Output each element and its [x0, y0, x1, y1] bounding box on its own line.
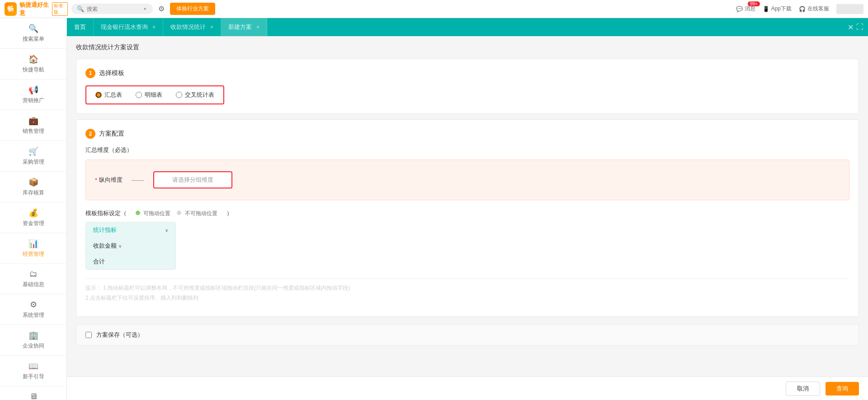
tab-cashflow-close[interactable]: × [152, 24, 156, 30]
marketing-icon: 📢 [28, 85, 38, 95]
sidebar-item-label: 系统管理 [23, 311, 44, 319]
step2-title: 方案配置 [99, 130, 124, 138]
metrics-table: 统计指标 ∨ 收款金额 ∨ 合计 [85, 222, 176, 270]
download-icon: 📱 [763, 6, 769, 12]
tab-cashflow[interactable]: 现金银行流水查询 × [94, 18, 163, 36]
radio-detail[interactable]: 明细表 [136, 91, 162, 99]
trial-button[interactable]: 体验行业方案 [170, 3, 215, 15]
brand-name: 畅捷通好生意 [19, 1, 51, 17]
step1-header: 1 选择模板 [85, 68, 849, 78]
radio-detail-label: 明细表 [145, 91, 162, 99]
radio-summary-label: 汇总表 [104, 91, 122, 99]
metrics-dropdown-caret[interactable]: ∨ [165, 228, 168, 233]
metrics-section: 模板指标设定（ 可拖动位置 不可拖动位置 ） [85, 209, 849, 271]
download-btn[interactable]: 📱 App下载 [763, 5, 792, 13]
metrics-legend: 可拖动位置 不可拖动位置 [136, 210, 217, 217]
sidebar-item-quicknav[interactable]: 🏠 快捷导航 [0, 49, 66, 80]
step2-card: 2 方案配置 汇总维度（必选） * 纵向维度 —— 请选择分组维度 [76, 119, 859, 317]
search-dropdown-arrow[interactable]: ▾ [144, 6, 146, 11]
sidebar-item-system[interactable]: ⚙ 系统管理 [0, 294, 66, 325]
fixed-dot [177, 211, 181, 215]
message-btn[interactable]: 💬 消息 99+ [736, 5, 755, 13]
brand-area: 畅 畅捷通好生意 标准版 [5, 2, 68, 16]
sidebar-item-search[interactable]: 🔍 搜索菜单 [0, 18, 66, 49]
main-layout: 🔍 搜索菜单 🏠 快捷导航 📢 营销推广 💼 销售管理 🛒 采购管理 📦 库存核… [0, 18, 868, 400]
metrics-row-payment[interactable]: 收款金额 ∨ [86, 238, 175, 254]
message-badge: 99+ [748, 1, 760, 6]
metrics-row-total: 合计 [86, 254, 175, 269]
brand-tag: 标准版 [52, 2, 68, 16]
support-btn[interactable]: 🎧 在线客服 [799, 5, 829, 13]
sidebar-item-label: 企业协同 [23, 342, 44, 350]
step2-header: 2 方案配置 [85, 129, 849, 139]
tip-2: 2.点击标题栏下拉可设置排序、插入列和删除列 [85, 293, 849, 303]
tab-payment-stats[interactable]: 收款情况统计 × [163, 18, 221, 36]
radio-cross[interactable]: 交叉统计表 [176, 91, 214, 99]
tab-cashflow-label: 现金银行流水查询 [101, 23, 148, 31]
sidebar-item-purchase[interactable]: 🛒 采购管理 [0, 141, 66, 172]
tab-new-plan-close[interactable]: × [256, 24, 259, 30]
metrics-title-text: 模板指标设定（ [85, 209, 127, 217]
tips-section: 提示： 1.拖动标题栏可以调整布局，不可跨维度或指标区域拖动栏目段(只能在同一维… [85, 278, 849, 307]
sidebar-item-hardware[interactable]: 🖥 智能硬件 [0, 386, 66, 400]
footer-bar: 取消 查询 [67, 376, 868, 400]
gear-icon[interactable]: ⚙ [156, 3, 166, 15]
sidebar-item-basicinfo[interactable]: 🗂 基础信息 [0, 264, 66, 294]
query-button[interactable]: 查询 [826, 382, 859, 395]
metrics-table-header[interactable]: 统计指标 ∨ [86, 222, 175, 238]
metrics-header: 模板指标设定（ 可拖动位置 不可拖动位置 ） [85, 209, 849, 217]
sidebar-item-guide[interactable]: 📖 新手引导 [0, 356, 66, 386]
radio-summary[interactable]: 汇总表 [95, 91, 122, 99]
sidebar-item-finance[interactable]: 💰 资金管理 [0, 202, 66, 233]
tab-home[interactable]: 首页 [67, 18, 94, 36]
sidebar-item-marketing[interactable]: 📢 营销推广 [0, 80, 66, 110]
tab-new-plan[interactable]: 新建方案 × [221, 18, 267, 36]
sidebar-item-enterprise[interactable]: 🏢 企业协同 [0, 325, 66, 356]
hardware-icon: 🖥 [29, 392, 38, 400]
search-input[interactable] [87, 6, 141, 12]
required-star: * [95, 177, 97, 184]
payment-dropdown-caret[interactable]: ∨ [118, 244, 122, 249]
content-area: 首页 现金银行流水查询 × 收款情况统计 × 新建方案 × ✕ ⛶ 收款情况统计… [67, 18, 868, 400]
sidebar-item-label: 库存核算 [23, 189, 44, 197]
page-title: 收款情况统计方案设置 [76, 43, 859, 52]
step2-number: 2 [85, 129, 95, 139]
tab-expand-icon[interactable]: ⛶ [856, 23, 863, 31]
sidebar-item-label: 采购管理 [23, 158, 44, 166]
draggable-legend-item: 可拖动位置 [136, 210, 170, 217]
search-menu-icon: 🔍 [28, 24, 38, 33]
sidebar-item-sales[interactable]: 💼 销售管理 [0, 110, 66, 141]
sidebar-item-label: 资金管理 [23, 220, 44, 227]
sidebar-item-inventory[interactable]: 📦 库存核算 [0, 172, 66, 202]
dimension-area: * 纵向维度 —— 请选择分组维度 [85, 160, 849, 200]
tip-1: 提示： 1.拖动标题栏可以调整布局，不可跨维度或指标区域拖动栏目段(只能在同一维… [85, 283, 849, 293]
step1-number: 1 [85, 68, 95, 78]
cancel-button[interactable]: 取消 [786, 381, 820, 396]
save-label: 方案保存（可选） [96, 331, 143, 339]
download-label: App下载 [771, 5, 792, 13]
save-checkbox[interactable] [85, 332, 92, 338]
purchase-icon: 🛒 [28, 146, 38, 156]
top-bar-left: 畅 畅捷通好生意 标准版 🔍 ▾ ⚙ 体验行业方案 [5, 2, 215, 16]
tab-payment-stats-close[interactable]: × [210, 24, 213, 30]
sidebar-item-label: 经营管理 [23, 250, 44, 258]
tab-payment-stats-label: 收款情况统计 [170, 23, 206, 31]
tab-new-plan-label: 新建方案 [228, 23, 252, 31]
radio-detail-input[interactable] [136, 92, 142, 98]
tab-close-all-icon[interactable]: ✕ [848, 23, 854, 32]
sales-icon: 💼 [28, 116, 38, 126]
sidebar-item-operations[interactable]: 📊 经营管理 [0, 233, 66, 264]
dim-select-box[interactable]: 请选择分组维度 [153, 171, 232, 188]
top-search-bar[interactable]: 🔍 ▾ [71, 4, 153, 14]
dim-required-label: * 纵向维度 [95, 176, 123, 184]
sidebar-item-label: 营销推广 [23, 97, 44, 104]
finance-icon: 💰 [28, 208, 38, 218]
tab-home-label: 首页 [74, 23, 86, 31]
user-avatar[interactable] [836, 4, 863, 14]
tab-bar-actions: ✕ ⛶ [843, 18, 868, 36]
radio-cross-input[interactable] [176, 92, 182, 98]
operations-icon: 📊 [28, 239, 38, 249]
radio-summary-input[interactable] [95, 92, 102, 98]
dim-arrow: —— [132, 176, 144, 184]
search-icon: 🔍 [77, 5, 84, 12]
